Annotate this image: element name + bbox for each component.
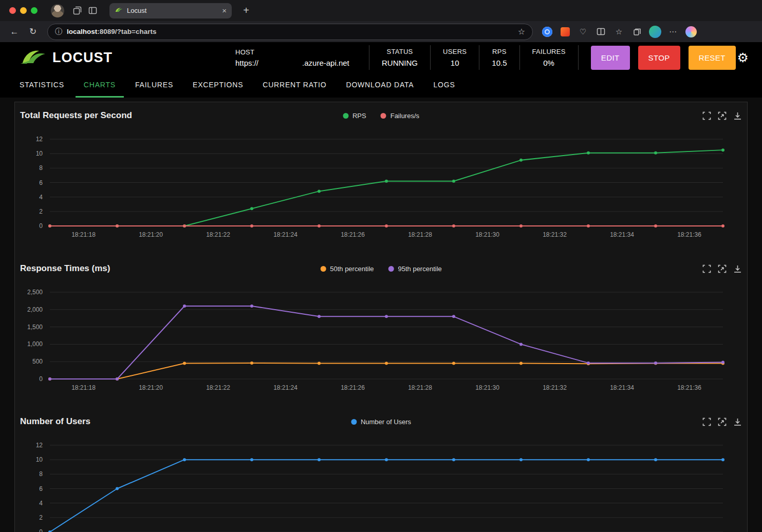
tab-exceptions[interactable]: EXCEPTIONS	[184, 73, 251, 98]
tab-current-ratio[interactable]: CURRENT RATIO	[254, 73, 334, 98]
download-chart-icon[interactable]	[733, 264, 742, 273]
svg-text:1,000: 1,000	[27, 340, 43, 348]
stat-failures: FAILURES0%	[519, 45, 579, 70]
svg-text:18:21:24: 18:21:24	[273, 231, 298, 238]
window-controls	[9, 7, 38, 14]
chart-title: Number of Users	[20, 416, 90, 427]
rps-chart-plot[interactable]: 02468101218:21:1818:21:2018:21:2218:21:2…	[18, 124, 745, 247]
legend-item[interactable]: Number of Users	[351, 418, 411, 426]
svg-text:4: 4	[39, 194, 43, 201]
svg-text:2: 2	[39, 208, 43, 215]
copilot-icon[interactable]	[683, 25, 699, 39]
settings-gear-icon[interactable]: ⚙	[737, 50, 749, 65]
zoom-select-icon[interactable]	[702, 417, 711, 426]
svg-text:18:21:20: 18:21:20	[139, 231, 163, 238]
tab-statistics[interactable]: STATISTICS	[11, 73, 72, 98]
svg-text:2,000: 2,000	[27, 306, 43, 313]
host-block: HOST https:// .azure-api.net	[235, 48, 369, 67]
svg-text:18:21:32: 18:21:32	[543, 231, 567, 238]
legend-dot-icon	[388, 266, 394, 272]
svg-text:18:21:28: 18:21:28	[408, 231, 432, 238]
close-tab-icon[interactable]: ×	[222, 6, 227, 15]
legend-label: Number of Users	[361, 418, 411, 426]
reset-button[interactable]: RESET	[689, 46, 736, 70]
tab-logs[interactable]: LOGS	[425, 73, 463, 98]
chart-tools	[702, 264, 742, 273]
collections-icon[interactable]	[629, 25, 645, 39]
chart-tools	[702, 111, 742, 120]
chart-title: Total Requests per Second	[20, 110, 132, 121]
legend-label: RPS	[352, 112, 366, 120]
legend-item[interactable]: 50th percentile	[320, 265, 374, 273]
response-times-chart-plot[interactable]: 05001,0001,5002,0002,50018:21:1818:21:20…	[18, 277, 745, 400]
browser-toolbar: ← ↻ ⓘ localhost:8089/?tab=charts ☆ ♡ ☆ ⋯	[0, 21, 762, 42]
favorites-icon[interactable]: ☆	[611, 25, 627, 39]
browser-tab-locust[interactable]: Locust ×	[109, 3, 232, 18]
profile-avatar[interactable]	[51, 4, 64, 17]
address-bar[interactable]: ⓘ localhost:8089/?tab=charts ☆	[47, 24, 533, 40]
tab-download-data[interactable]: DOWNLOAD DATA	[338, 73, 422, 98]
charts-container: Total Requests per Second RPSFailures/s …	[14, 102, 748, 532]
svg-text:18:21:30: 18:21:30	[475, 384, 499, 391]
toolbar-profile-avatar[interactable]	[647, 25, 663, 39]
tab-charts[interactable]: CHARTS	[76, 73, 124, 98]
site-info-icon[interactable]: ⓘ	[55, 27, 62, 36]
svg-text:18:21:26: 18:21:26	[341, 384, 365, 391]
download-chart-icon[interactable]	[733, 417, 742, 426]
svg-text:12: 12	[36, 136, 43, 143]
browser-tab-strip: Locust × +	[0, 0, 762, 21]
svg-text:18:21:34: 18:21:34	[610, 231, 634, 238]
zoom-reset-icon[interactable]	[718, 264, 727, 273]
zoom-reset-icon[interactable]	[718, 417, 727, 426]
minimize-window-button[interactable]	[20, 7, 27, 14]
stop-button[interactable]: STOP	[638, 46, 680, 70]
zoom-window-button[interactable]	[31, 7, 38, 14]
svg-text:10: 10	[36, 456, 43, 463]
users-chart-plot[interactable]: 02468101218:21:1818:21:2018:21:2218:21:2…	[18, 430, 745, 532]
svg-text:18:21:24: 18:21:24	[273, 384, 298, 391]
svg-text:18:21:36: 18:21:36	[677, 231, 701, 238]
close-window-button[interactable]	[9, 7, 16, 14]
back-button[interactable]: ←	[6, 24, 23, 40]
svg-text:18:21:36: 18:21:36	[677, 384, 701, 391]
host-url-prefix: https://	[235, 59, 258, 67]
legend-item[interactable]: RPS	[343, 112, 366, 120]
url-host: localhost	[67, 28, 97, 35]
tab-favicon-locust-logo	[115, 7, 123, 14]
host-redacted	[258, 60, 302, 65]
reload-button[interactable]: ↻	[25, 24, 41, 40]
locust-header: LOCUST HOST https:// .azure-api.net STAT…	[0, 42, 762, 73]
new-tab-button[interactable]: +	[239, 5, 253, 16]
zoom-select-icon[interactable]	[702, 111, 711, 120]
extension-blue-icon[interactable]	[539, 25, 555, 39]
svg-text:6: 6	[39, 485, 43, 492]
svg-text:6: 6	[39, 179, 43, 186]
legend-dot-icon	[343, 113, 348, 119]
legend-item[interactable]: Failures/s	[381, 112, 419, 120]
legend-label: Failures/s	[391, 112, 419, 120]
svg-text:18:21:28: 18:21:28	[408, 384, 432, 391]
split-screen-icon[interactable]	[593, 25, 609, 39]
vertical-tabs-icon[interactable]	[85, 3, 100, 18]
svg-text:18:21:30: 18:21:30	[475, 231, 499, 238]
header-stats: STATUSRUNNINGUSERS10RPS10.5FAILURES0%	[369, 45, 579, 70]
locust-tabs: STATISTICSCHARTSFAILURESEXCEPTIONSCURREN…	[0, 73, 762, 98]
bookmark-star-icon[interactable]: ☆	[518, 27, 525, 36]
tab-failures[interactable]: FAILURES	[127, 73, 181, 98]
svg-text:2,500: 2,500	[27, 289, 43, 296]
legend-item[interactable]: 95th percentile	[388, 265, 442, 273]
zoom-reset-icon[interactable]	[718, 111, 727, 120]
chart-legend: 50th percentile95th percentile	[320, 265, 442, 273]
download-chart-icon[interactable]	[733, 111, 742, 120]
svg-text:18:21:32: 18:21:32	[543, 384, 567, 391]
extension-orange-icon[interactable]	[557, 25, 573, 39]
edit-button[interactable]: EDIT	[591, 46, 630, 70]
zoom-select-icon[interactable]	[702, 264, 711, 273]
more-menu-icon[interactable]: ⋯	[665, 25, 681, 39]
svg-text:18:21:26: 18:21:26	[341, 231, 365, 238]
tab-groups-icon[interactable]	[69, 3, 85, 18]
svg-text:18:21:20: 18:21:20	[139, 384, 163, 391]
svg-text:500: 500	[32, 358, 43, 365]
browser-essentials-icon[interactable]: ♡	[575, 25, 591, 39]
host-url-suffix: .azure-api.net	[302, 59, 349, 67]
